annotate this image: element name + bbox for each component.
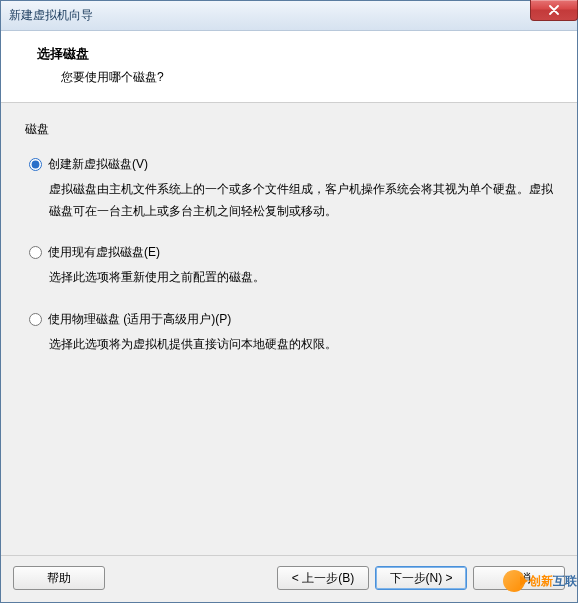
radio-input-existing[interactable] bbox=[29, 246, 42, 259]
option-create-new-disk: 创建新虚拟磁盘(V) 虚拟磁盘由主机文件系统上的一个或多个文件组成，客户机操作系… bbox=[29, 156, 553, 222]
page-title: 选择磁盘 bbox=[37, 45, 553, 63]
radio-label: 使用物理磁盘 (适用于高级用户)(P) bbox=[48, 311, 231, 328]
footer: 帮助 < 上一步(B) 下一步(N) > 取消 创新互联 bbox=[1, 555, 577, 602]
help-button[interactable]: 帮助 bbox=[13, 566, 105, 590]
wizard-window: 新建虚拟机向导 选择磁盘 您要使用哪个磁盘? 磁盘 创建新虚拟磁盘(V) 虚拟磁… bbox=[0, 0, 578, 603]
close-button[interactable] bbox=[530, 0, 578, 21]
cancel-button[interactable]: 取消 bbox=[473, 566, 565, 590]
radio-desc: 选择此选项将重新使用之前配置的磁盘。 bbox=[29, 267, 553, 289]
section-label: 磁盘 bbox=[25, 121, 553, 138]
radio-input-create[interactable] bbox=[29, 158, 42, 171]
radio-label: 创建新虚拟磁盘(V) bbox=[48, 156, 148, 173]
radio-existing-disk[interactable]: 使用现有虚拟磁盘(E) bbox=[29, 244, 553, 261]
page-subtitle: 您要使用哪个磁盘? bbox=[37, 69, 553, 86]
next-button[interactable]: 下一步(N) > bbox=[375, 566, 467, 590]
radio-create-new-disk[interactable]: 创建新虚拟磁盘(V) bbox=[29, 156, 553, 173]
content-area: 磁盘 创建新虚拟磁盘(V) 虚拟磁盘由主机文件系统上的一个或多个文件组成，客户机… bbox=[1, 103, 577, 555]
radio-input-physical[interactable] bbox=[29, 313, 42, 326]
close-icon bbox=[548, 5, 560, 15]
window-title: 新建虚拟机向导 bbox=[9, 7, 93, 24]
radio-desc: 虚拟磁盘由主机文件系统上的一个或多个文件组成，客户机操作系统会将其视为单个硬盘。… bbox=[29, 179, 553, 222]
disk-radio-group: 创建新虚拟磁盘(V) 虚拟磁盘由主机文件系统上的一个或多个文件组成，客户机操作系… bbox=[25, 156, 553, 355]
option-physical-disk: 使用物理磁盘 (适用于高级用户)(P) 选择此选项将为虚拟机提供直接访问本地硬盘… bbox=[29, 311, 553, 356]
titlebar: 新建虚拟机向导 bbox=[1, 1, 577, 31]
option-existing-disk: 使用现有虚拟磁盘(E) 选择此选项将重新使用之前配置的磁盘。 bbox=[29, 244, 553, 289]
radio-desc: 选择此选项将为虚拟机提供直接访问本地硬盘的权限。 bbox=[29, 334, 553, 356]
radio-physical-disk[interactable]: 使用物理磁盘 (适用于高级用户)(P) bbox=[29, 311, 553, 328]
back-button[interactable]: < 上一步(B) bbox=[277, 566, 369, 590]
header-panel: 选择磁盘 您要使用哪个磁盘? bbox=[1, 31, 577, 103]
radio-label: 使用现有虚拟磁盘(E) bbox=[48, 244, 160, 261]
